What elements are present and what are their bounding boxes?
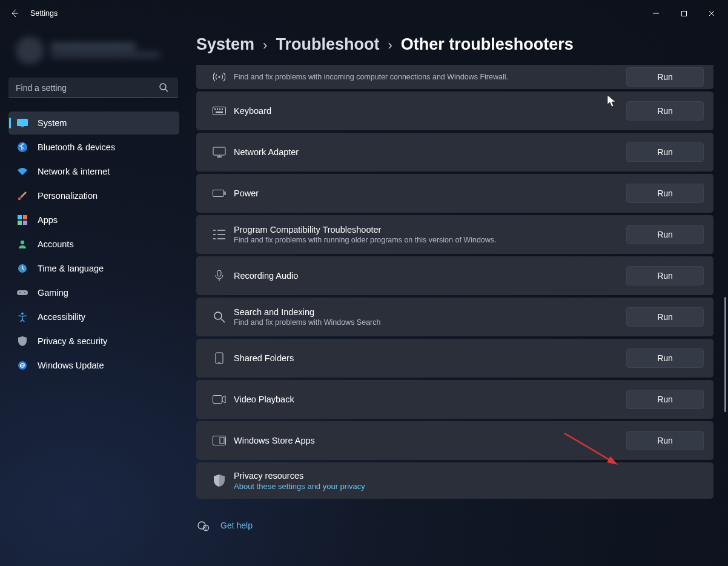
maximize-button[interactable] — [670, 4, 698, 23]
system-icon — [17, 118, 28, 128]
back-button[interactable] — [2, 1, 27, 25]
nav-label: Privacy & security — [38, 336, 107, 346]
svg-rect-43 — [213, 396, 222, 404]
svg-rect-21 — [214, 108, 216, 110]
run-button[interactable]: Run — [626, 67, 704, 87]
breadcrumb-current: Other troubleshooters — [401, 35, 574, 54]
svg-rect-8 — [18, 215, 22, 219]
troubleshooter-windows-store-apps[interactable]: Windows Store Apps Run — [196, 421, 713, 460]
sidebar-item-network[interactable]: Network & internet — [8, 160, 179, 183]
run-button[interactable]: Run — [626, 307, 704, 327]
chevron-right-icon: › — [263, 38, 267, 53]
run-button[interactable]: Run — [626, 266, 704, 285]
nav-label: System — [38, 118, 67, 128]
sidebar-item-accounts[interactable]: Accounts — [8, 233, 179, 256]
sidebar-item-bluetooth[interactable]: Bluetooth & devices — [8, 136, 179, 159]
svg-rect-10 — [18, 221, 22, 225]
nav-label: Personalization — [38, 191, 98, 201]
troubleshooter-title: Search and Indexing — [234, 307, 380, 317]
svg-point-17 — [21, 313, 24, 315]
sidebar-item-windows-update[interactable]: Windows Update — [8, 354, 179, 377]
svg-rect-23 — [219, 108, 220, 110]
troubleshooter-keyboard[interactable]: Keyboard Run — [196, 92, 713, 130]
svg-point-7 — [18, 198, 21, 200]
search-input[interactable] — [8, 78, 178, 98]
brush-icon — [17, 190, 28, 201]
troubleshooter-title: Recording Audio — [234, 271, 298, 281]
svg-point-19 — [219, 76, 220, 78]
privacy-link[interactable]: About these settings and your privacy — [234, 482, 365, 491]
sidebar-item-accessibility[interactable]: Accessibility — [8, 305, 179, 328]
troubleshooter-power[interactable]: Power Run — [196, 174, 713, 213]
breadcrumb-system[interactable]: System — [196, 35, 254, 54]
help-icon: ? — [197, 519, 210, 531]
battery-icon — [205, 190, 234, 197]
nav-label: Network & internet — [38, 167, 110, 176]
sidebar-item-privacy[interactable]: Privacy & security — [8, 330, 179, 353]
troubleshooter-search-indexing[interactable]: Search and Indexing Find and fix problem… — [196, 298, 713, 336]
svg-point-39 — [214, 312, 222, 319]
nav-label: Accounts — [38, 239, 74, 249]
sidebar-item-time-language[interactable]: Time & language — [8, 257, 179, 280]
svg-point-15 — [19, 292, 21, 293]
run-button[interactable]: Run — [626, 184, 704, 203]
svg-rect-4 — [17, 119, 28, 126]
get-help-link[interactable]: Get help — [220, 521, 253, 530]
help-row: ? Get help — [197, 519, 713, 531]
shield-icon — [205, 474, 234, 487]
troubleshooter-title: Keyboard — [234, 106, 271, 116]
troubleshooter-program-compatibility[interactable]: Program Compatibility Troubleshooter Fin… — [196, 215, 713, 254]
svg-rect-41 — [216, 353, 223, 364]
profile-area[interactable] — [8, 32, 179, 69]
nav-list: System Bluetooth & devices Network & int… — [8, 112, 179, 377]
troubleshooter-recording-audio[interactable]: Recording Audio Run — [196, 256, 713, 295]
sidebar-item-gaming[interactable]: Gaming — [8, 281, 179, 304]
troubleshooter-network-adapter[interactable]: Network Adapter Run — [196, 133, 713, 171]
nav-label: Bluetooth & devices — [38, 142, 115, 152]
clock-icon — [17, 263, 28, 274]
run-button[interactable]: Run — [626, 431, 704, 450]
close-button[interactable] — [698, 4, 726, 23]
titlebar: Settings — [0, 0, 728, 27]
troubleshooter-incoming-connections[interactable]: Find and fix problems with incoming comp… — [196, 65, 713, 89]
troubleshooter-video-playback[interactable]: Video Playback Run — [196, 380, 713, 419]
minimize-button[interactable] — [642, 4, 670, 23]
svg-rect-25 — [216, 112, 223, 113]
wifi-icon — [17, 166, 28, 177]
run-button[interactable]: Run — [626, 225, 704, 244]
troubleshooter-title: Shared Folders — [234, 353, 294, 363]
breadcrumb-troubleshoot[interactable]: Troubleshoot — [276, 35, 379, 54]
run-button[interactable]: Run — [626, 142, 704, 162]
troubleshooter-list: Find and fix problems with incoming comp… — [196, 65, 713, 499]
sidebar-item-system[interactable]: System — [8, 112, 179, 135]
svg-point-16 — [24, 292, 25, 293]
svg-rect-45 — [220, 438, 224, 444]
troubleshooter-title: Video Playback — [234, 395, 294, 404]
bluetooth-icon — [17, 142, 28, 153]
phone-icon — [205, 352, 234, 364]
scrollbar-thumb[interactable] — [724, 297, 726, 412]
accessibility-icon — [17, 311, 28, 322]
privacy-title: Privacy resources — [234, 471, 365, 481]
svg-rect-5 — [21, 127, 24, 128]
svg-rect-30 — [225, 191, 226, 195]
troubleshooter-title: Program Compatibility Troubleshooter — [234, 225, 497, 235]
run-button[interactable]: Run — [626, 101, 704, 121]
svg-rect-20 — [213, 107, 226, 115]
troubleshooter-desc: Find and fix problems with incoming comp… — [234, 73, 508, 81]
sidebar-item-apps[interactable]: Apps — [8, 208, 179, 231]
sidebar: System Bluetooth & devices Network & int… — [0, 27, 188, 566]
sidebar-item-personalization[interactable]: Personalization — [8, 184, 179, 207]
search-icon — [205, 311, 234, 323]
svg-rect-29 — [213, 190, 224, 197]
run-button[interactable]: Run — [626, 390, 704, 409]
window-controls — [642, 4, 726, 23]
svg-rect-1 — [681, 11, 686, 16]
nav-label: Apps — [38, 215, 58, 225]
privacy-resources-card[interactable]: Privacy resources About these settings a… — [196, 462, 713, 499]
monitor-icon — [205, 147, 234, 158]
shield-icon — [17, 336, 28, 347]
back-arrow-icon — [10, 8, 19, 18]
troubleshooter-shared-folders[interactable]: Shared Folders Run — [196, 339, 713, 378]
run-button[interactable]: Run — [626, 348, 704, 368]
